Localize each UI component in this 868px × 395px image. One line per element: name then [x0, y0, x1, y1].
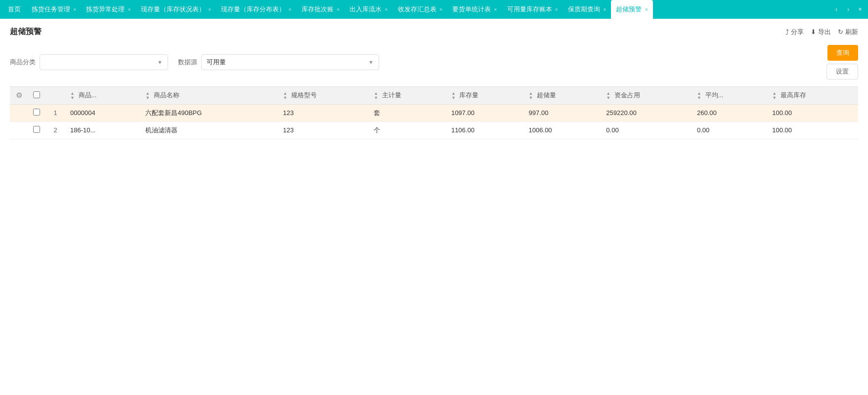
select-all-checkbox[interactable] [33, 91, 40, 98]
row-name-0: 六配套新昌490BPG [140, 104, 278, 121]
tab-close-tab-2[interactable]: × [128, 6, 130, 12]
export-button[interactable]: ⬇ 导出 [811, 28, 831, 37]
export-label: 导出 [818, 28, 831, 37]
top-nav: 首页 拣货任务管理×拣货异常处理×现存量（库存状况表）×现存量（库存分布表）×库… [0, 0, 868, 19]
col-max-header[interactable]: ▲▼ 最高库存 [767, 87, 858, 105]
tab-close-tab-9[interactable]: × [555, 6, 558, 12]
query-button[interactable]: 查询 [827, 45, 858, 61]
row-spec-1: 123 [278, 121, 369, 139]
nav-tab-tab-10[interactable]: 保质期查询× [563, 0, 611, 19]
col-code-header[interactable]: ▲▼ 商品... [65, 87, 140, 105]
row-capital-1: 0.00 [601, 121, 692, 139]
category-filter: 商品分类 ▼ [10, 54, 168, 70]
nav-tab-tab-9[interactable]: 可用量库存账本× [502, 0, 563, 19]
row-unit-1: 个 [369, 121, 446, 139]
tab-close-tab-8[interactable]: × [494, 6, 497, 12]
datasource-select[interactable]: 可用量 ▼ [201, 54, 379, 70]
category-arrow-icon: ▼ [157, 59, 163, 65]
export-icon: ⬇ [811, 28, 816, 36]
page-header: 超储预警 ⤴ 分享 ⬇ 导出 ↻ 刷新 [10, 27, 858, 37]
nav-home[interactable]: 首页 [2, 0, 27, 19]
col-gear: ⚙ [10, 87, 28, 105]
row-spec-0: 123 [278, 104, 369, 121]
table-header: ⚙ ▲▼ 商品... ▲▼ 商品名称 ▲▼ 规格型号 [10, 87, 858, 105]
filter-row: 商品分类 ▼ 数据源 可用量 ▼ 查询 设置 [10, 45, 858, 79]
filter-buttons: 查询 设置 [826, 45, 858, 79]
datasource-value: 可用量 [207, 58, 226, 67]
row-avg-0: 260.00 [692, 104, 767, 121]
datasource-label: 数据源 [178, 58, 197, 67]
tab-close-tab-11[interactable]: × [645, 6, 648, 12]
table-body: 1 0000004 六配套新昌490BPG 123 套 1097.00 997.… [10, 104, 858, 139]
col-max-label: 最高库存 [781, 91, 806, 99]
col-capital-header[interactable]: ▲▼ 资金占用 [601, 87, 692, 105]
nav-tab-tab-2[interactable]: 拣货异常处理× [81, 0, 135, 19]
refresh-button[interactable]: ↻ 刷新 [838, 28, 858, 37]
nav-close-button[interactable]: × [854, 0, 866, 19]
share-label: 分享 [791, 28, 804, 37]
col-capital-label: 资金占用 [614, 91, 640, 99]
row-check-1 [28, 121, 45, 139]
gear-icon[interactable]: ⚙ [15, 91, 23, 100]
tab-close-tab-6[interactable]: × [385, 6, 388, 12]
sort-over-icon: ▲▼ [529, 91, 533, 100]
col-over-header[interactable]: ▲▼ 超储量 [524, 87, 602, 105]
datasource-filter: 数据源 可用量 ▼ [178, 54, 379, 70]
row-unit-0: 套 [369, 104, 446, 121]
tab-close-tab-4[interactable]: × [288, 6, 291, 12]
table-row: 2 186-10... 机油滤清器 123 个 1106.00 1006.00 … [10, 121, 858, 139]
nav-tab-tab-6[interactable]: 出入库流水× [345, 0, 392, 19]
row-stock-1: 1106.00 [446, 121, 524, 139]
row-capital-0: 259220.00 [601, 104, 692, 121]
sort-max-icon: ▲▼ [772, 91, 777, 100]
col-stock-label: 库存量 [459, 91, 478, 99]
tab-close-tab-10[interactable]: × [603, 6, 606, 12]
main-content: 超储预警 ⤴ 分享 ⬇ 导出 ↻ 刷新 商品分类 ▼ 数据源 [0, 19, 868, 395]
tab-close-tab-3[interactable]: × [208, 6, 211, 12]
col-name-label: 商品名称 [154, 91, 179, 99]
nav-arrows: ‹ › × [830, 0, 866, 19]
category-select[interactable]: ▼ [40, 54, 168, 70]
col-over-label: 超储量 [537, 91, 556, 99]
nav-tab-tab-7[interactable]: 收发存汇总表× [393, 0, 447, 19]
tab-close-tab-1[interactable]: × [73, 6, 76, 12]
col-stock-header[interactable]: ▲▼ 库存量 [446, 87, 524, 105]
share-button[interactable]: ⤴ 分享 [785, 28, 804, 37]
row-over-0: 997.00 [524, 104, 602, 121]
col-name-header[interactable]: ▲▼ 商品名称 [140, 87, 278, 105]
sort-capital-icon: ▲▼ [606, 91, 610, 100]
nav-next-button[interactable]: › [842, 0, 854, 19]
row-no-0: 1 [45, 104, 65, 121]
share-icon: ⤴ [785, 28, 789, 36]
col-unit-header[interactable]: ▲▼ 主计量 [369, 87, 446, 105]
nav-tab-tab-3[interactable]: 现存量（库存状况表）× [136, 0, 216, 19]
row-checkbox-1[interactable] [33, 126, 40, 133]
row-checkbox-0[interactable] [33, 109, 40, 116]
nav-tab-tab-11[interactable]: 超储预警× [611, 0, 652, 19]
col-spec-header[interactable]: ▲▼ 规格型号 [278, 87, 369, 105]
sort-code-icon: ▲▼ [70, 91, 75, 100]
tab-close-tab-7[interactable]: × [439, 6, 442, 12]
table-header-row: ⚙ ▲▼ 商品... ▲▼ 商品名称 ▲▼ 规格型号 [10, 87, 858, 105]
data-table: ⚙ ▲▼ 商品... ▲▼ 商品名称 ▲▼ 规格型号 [10, 86, 858, 139]
nav-tab-tab-1[interactable]: 拣货任务管理× [27, 0, 81, 19]
col-avg-header[interactable]: ▲▼ 平均... [692, 87, 767, 105]
row-code-0: 0000004 [65, 104, 140, 121]
settings-button[interactable]: 设置 [826, 64, 858, 79]
nav-prev-button[interactable]: ‹ [830, 0, 842, 19]
page-title: 超储预警 [10, 27, 42, 37]
nav-tab-tab-8[interactable]: 要货单统计表× [447, 0, 502, 19]
sort-name-icon: ▲▼ [145, 91, 150, 100]
row-no-1: 2 [45, 121, 65, 139]
nav-tab-tab-5[interactable]: 库存批次账× [297, 0, 345, 19]
col-avg-label: 平均... [705, 91, 724, 99]
sort-unit-icon: ▲▼ [374, 91, 378, 100]
sort-stock-icon: ▲▼ [451, 91, 456, 100]
page-actions: ⤴ 分享 ⬇ 导出 ↻ 刷新 [785, 28, 858, 37]
col-no-header [45, 87, 65, 105]
row-max-1: 100.00 [767, 121, 858, 139]
nav-tab-tab-4[interactable]: 现存量（库存分布表）× [216, 0, 296, 19]
tab-close-tab-5[interactable]: × [337, 6, 340, 12]
col-check [28, 87, 45, 105]
sort-avg-icon: ▲▼ [697, 91, 701, 100]
